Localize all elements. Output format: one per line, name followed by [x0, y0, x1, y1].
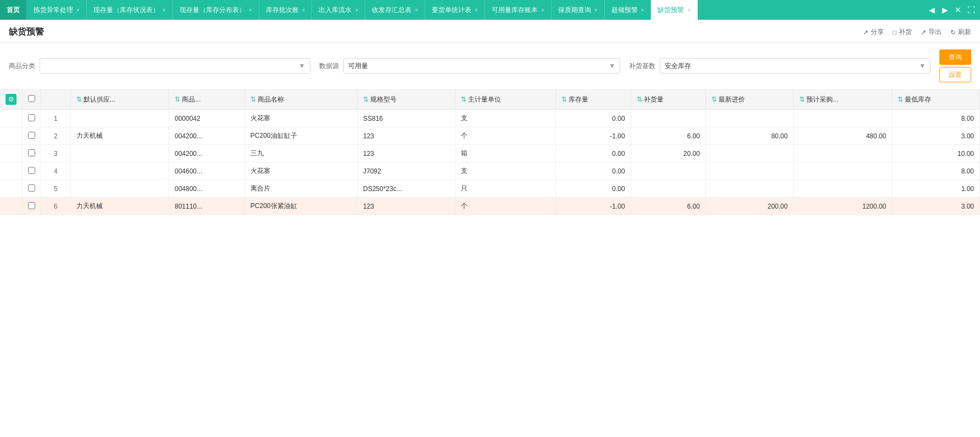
- datasource-filter: 数据源 可用量 ▼: [319, 58, 621, 74]
- tab-3[interactable]: 现存量（库存分布表） ×: [173, 0, 259, 20]
- row-latest-price-1: 80.00: [706, 127, 794, 145]
- tab-2-close[interactable]: ×: [163, 7, 166, 13]
- basis-arrow-icon: ▼: [919, 62, 926, 70]
- tab-6-close[interactable]: ×: [415, 7, 418, 13]
- row-unit-3: 支: [455, 163, 555, 180]
- gear-icon[interactable]: ⚙: [5, 94, 16, 105]
- row-checkbox-2[interactable]: [28, 149, 35, 156]
- refresh-button[interactable]: ↻ 刷新: [950, 27, 971, 37]
- tab-3-close[interactable]: ×: [249, 7, 252, 13]
- tab-home[interactable]: 首页: [0, 0, 27, 20]
- col-replenish[interactable]: ⇅ 补货量: [631, 89, 706, 110]
- tab-9-label: 保质期查询: [558, 5, 591, 15]
- tab-10-label: 超储预警: [611, 5, 638, 15]
- row-spec-3: J7092: [357, 163, 455, 180]
- tab-1-label: 拣货异常处理: [34, 5, 73, 15]
- sort-icon-name: ⇅: [250, 96, 256, 103]
- basis-select[interactable]: 安全库存 ▼: [660, 58, 931, 74]
- row-num-4: 5: [41, 180, 71, 198]
- row-unit-5: 个: [455, 198, 555, 215]
- row-check-2[interactable]: [23, 145, 41, 163]
- col-name[interactable]: ⇅ 商品名称: [244, 89, 357, 110]
- col-latest-price[interactable]: ⇅ 最新进价: [706, 89, 794, 110]
- tab-fullscreen-button[interactable]: ⛶: [965, 3, 978, 16]
- col-stock[interactable]: ⇅ 库存量: [556, 89, 631, 110]
- share-icon: ↗: [863, 29, 868, 36]
- tab-1-close[interactable]: ×: [76, 7, 80, 13]
- col-gear[interactable]: ⚙: [0, 89, 23, 110]
- tab-10[interactable]: 超储预警 ×: [605, 0, 652, 20]
- datasource-select[interactable]: 可用量 ▼: [343, 58, 621, 74]
- tab-4-close[interactable]: ×: [302, 7, 305, 13]
- tab-11-close[interactable]: ×: [687, 7, 691, 13]
- row-num-1: 2: [41, 127, 71, 145]
- query-button[interactable]: 查询: [939, 49, 971, 65]
- row-checkbox-4[interactable]: [28, 184, 35, 192]
- row-gear-1: [0, 127, 23, 145]
- tab-1[interactable]: 拣货异常处理 ×: [27, 0, 87, 20]
- tab-9[interactable]: 保质期查询 ×: [552, 0, 605, 20]
- tab-close-all-button[interactable]: ✕: [951, 3, 965, 16]
- tab-11-label: 缺货预警: [658, 5, 684, 15]
- row-gear-3: [0, 163, 23, 180]
- row-check-3[interactable]: [23, 163, 41, 180]
- sort-icon-spec: ⇅: [363, 96, 369, 103]
- tab-prev-button[interactable]: ◀: [925, 3, 938, 16]
- category-label: 商品分类: [9, 61, 35, 71]
- refresh-label: 刷新: [958, 27, 971, 37]
- col-supplier[interactable]: ⇅ 默认供应...: [70, 89, 169, 110]
- export-button[interactable]: ↗ 导出: [921, 27, 942, 37]
- tab-10-close[interactable]: ×: [641, 7, 644, 13]
- tab-7-close[interactable]: ×: [475, 7, 478, 13]
- select-all-checkbox[interactable]: [28, 95, 35, 102]
- row-min-stock-4: 1.00: [892, 180, 980, 198]
- row-checkbox-0[interactable]: [28, 114, 35, 121]
- tab-6[interactable]: 收发存汇总表 ×: [365, 0, 425, 20]
- col-unit[interactable]: ⇅ 主计量单位: [455, 89, 555, 110]
- replenish-icon: □: [893, 29, 897, 36]
- settings-button[interactable]: 设置: [939, 67, 971, 82]
- share-label: 分享: [871, 27, 884, 37]
- row-unit-2: 箱: [455, 145, 555, 163]
- row-num-3: 4: [41, 163, 71, 180]
- tab-4[interactable]: 库存批次账 ×: [259, 0, 313, 20]
- row-checkbox-1[interactable]: [28, 132, 35, 139]
- row-est-purchase-0: [793, 110, 892, 127]
- sort-icon-unit: ⇅: [461, 96, 466, 103]
- replenish-button[interactable]: □ 补货: [893, 27, 912, 37]
- col-spec[interactable]: ⇅ 规格型号: [357, 89, 455, 110]
- col-est-purchase[interactable]: ⇅ 预计采购...: [793, 89, 892, 110]
- row-min-stock-2: 10.00: [892, 145, 980, 163]
- basis-filter: 补货基数 安全库存 ▼: [629, 58, 931, 74]
- row-check-0[interactable]: [23, 110, 41, 127]
- row-spec-4: DS250*23c...: [357, 180, 455, 198]
- row-code-2: 004200...: [169, 145, 244, 163]
- tab-9-close[interactable]: ×: [594, 7, 598, 13]
- row-check-1[interactable]: [23, 127, 41, 145]
- category-select[interactable]: ▼: [40, 58, 310, 74]
- row-latest-price-3: [706, 163, 794, 180]
- tab-2[interactable]: 现存量（库存状况表） ×: [87, 0, 173, 20]
- sort-icon-price: ⇅: [711, 96, 717, 103]
- tab-7[interactable]: 要货单统计表 ×: [425, 0, 485, 20]
- row-code-5: 801110...: [169, 198, 244, 215]
- tab-11[interactable]: 缺货预警 ×: [651, 0, 698, 20]
- tab-5[interactable]: 出入库流水 ×: [312, 0, 365, 20]
- table-row: 5 004800... 离合片 DS250*23c... 只 0.00 1.00: [0, 180, 980, 198]
- row-checkbox-3[interactable]: [28, 167, 35, 174]
- row-check-4[interactable]: [23, 180, 41, 198]
- col-code[interactable]: ⇅ 商品...: [169, 89, 244, 110]
- row-supplier-2: [70, 145, 169, 163]
- tab-8-close[interactable]: ×: [541, 7, 544, 13]
- col-min-stock[interactable]: ⇅ 最低库存: [892, 89, 980, 110]
- tab-8[interactable]: 可用量库存账本 ×: [485, 0, 552, 20]
- row-check-5[interactable]: [23, 198, 41, 215]
- tab-5-label: 出入库流水: [319, 5, 352, 15]
- row-checkbox-5[interactable]: [28, 202, 35, 209]
- row-stock-0: 0.00: [556, 110, 631, 127]
- tab-5-close[interactable]: ×: [355, 7, 358, 13]
- share-button[interactable]: ↗ 分享: [863, 27, 884, 37]
- tab-next-button[interactable]: ▶: [938, 3, 951, 16]
- page-title: 缺货预警: [9, 26, 44, 38]
- export-icon: ↗: [921, 29, 926, 36]
